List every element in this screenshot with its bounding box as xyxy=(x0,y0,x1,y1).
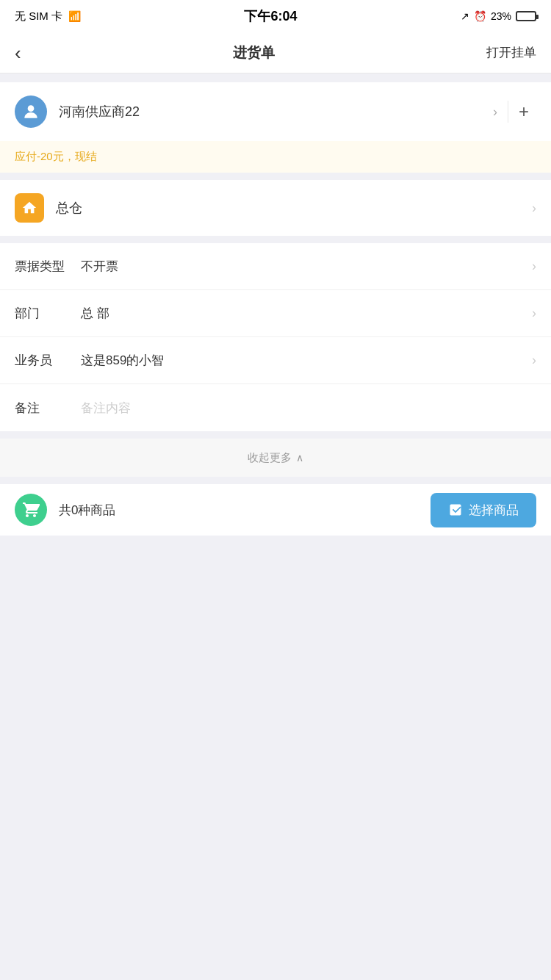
svg-point-0 xyxy=(28,105,35,112)
back-button[interactable]: ‹ xyxy=(15,43,21,62)
warehouse-row[interactable]: 总仓 › xyxy=(0,180,551,236)
page-title: 进货单 xyxy=(233,43,275,62)
supplier-avatar xyxy=(15,96,47,128)
home-icon xyxy=(21,200,37,216)
product-count: 共0种商品 xyxy=(59,502,431,519)
status-right: ↗ ⏰ 23% xyxy=(461,10,536,22)
warehouse-card: 总仓 › xyxy=(0,180,551,236)
salesperson-row[interactable]: 业务员 这是859的小智 › xyxy=(0,337,551,384)
vertical-divider xyxy=(508,101,508,123)
open-pending-button[interactable]: 打开挂单 xyxy=(486,44,536,61)
department-value: 总 部 xyxy=(81,305,526,322)
notice-banner: 应付-20元，现结 xyxy=(0,141,551,173)
department-chevron: › xyxy=(532,306,536,321)
warehouse-name: 总仓 xyxy=(56,199,532,217)
supplier-name: 河南供应商22 xyxy=(59,103,486,120)
collapse-bar[interactable]: 收起更多 ∧ xyxy=(0,439,551,477)
collapse-arrow-icon: ∧ xyxy=(296,452,303,464)
product-icon-wrap xyxy=(15,494,47,526)
remark-row[interactable]: 备注 备注内容 xyxy=(0,384,551,431)
remark-input[interactable]: 备注内容 xyxy=(81,400,536,417)
notice-text: 应付-20元，现结 xyxy=(15,150,97,162)
status-time: 下午6:04 xyxy=(244,7,297,25)
status-bar: 无 SIM 卡 📶 下午6:04 ↗ ⏰ 23% xyxy=(0,0,551,32)
battery-icon xyxy=(516,11,536,21)
invoice-type-row[interactable]: 票据类型 不开票 › xyxy=(0,243,551,290)
select-product-button[interactable]: 选择商品 xyxy=(431,493,536,527)
carrier-label: 无 SIM 卡 xyxy=(15,10,62,24)
invoice-type-chevron: › xyxy=(532,259,536,274)
section-gap-1 xyxy=(0,73,551,82)
warehouse-chevron: › xyxy=(532,201,536,216)
add-supplier-button[interactable]: + xyxy=(511,101,536,122)
status-left: 无 SIM 卡 📶 xyxy=(15,10,81,24)
select-product-icon xyxy=(448,502,463,517)
salesperson-label: 业务员 xyxy=(15,352,81,369)
location-icon: ↗ xyxy=(461,10,469,22)
salesperson-chevron: › xyxy=(532,353,536,368)
warehouse-icon-wrap xyxy=(15,193,44,223)
cart-icon xyxy=(22,501,40,519)
invoice-type-value: 不开票 xyxy=(81,258,526,275)
wifi-icon: 📶 xyxy=(68,10,81,22)
department-row[interactable]: 部门 总 部 › xyxy=(0,290,551,337)
remark-label: 备注 xyxy=(15,400,81,417)
battery-percent: 23% xyxy=(491,10,511,22)
form-section: 票据类型 不开票 › 部门 总 部 › 业务员 这是859的小智 › 备注 备注… xyxy=(0,243,551,431)
supplier-chevron: › xyxy=(486,104,505,120)
select-product-label: 选择商品 xyxy=(469,502,519,519)
supplier-card: 河南供应商22 › + 应付-20元，现结 xyxy=(0,82,551,173)
alarm-icon: ⏰ xyxy=(474,10,486,22)
nav-bar: ‹ 进货单 打开挂单 xyxy=(0,32,551,73)
person-icon xyxy=(21,102,40,121)
product-bar: 共0种商品 选择商品 xyxy=(0,484,551,536)
supplier-row[interactable]: 河南供应商22 › + xyxy=(0,82,551,141)
collapse-label: 收起更多 xyxy=(248,451,292,465)
invoice-type-label: 票据类型 xyxy=(15,258,81,275)
salesperson-value: 这是859的小智 xyxy=(81,352,526,369)
department-label: 部门 xyxy=(15,305,81,322)
